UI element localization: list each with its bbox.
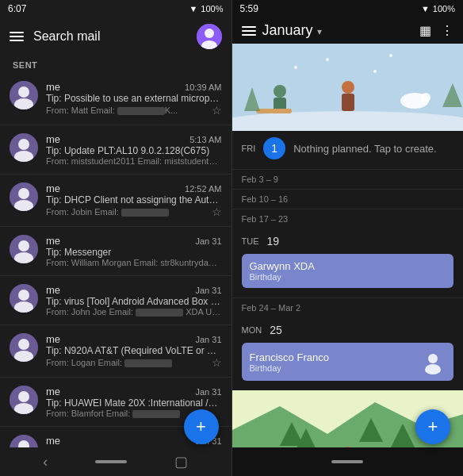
email-content: me 10:39 AM Tip: Possible to use an exte… [46, 81, 222, 117]
email-item[interactable]: me 5:13 AM Tip: Update PLT:AL10 9.0.2.12… [0, 125, 232, 175]
gmail-panel: 6:07 ▼ 100% Search mail SENT [0, 0, 232, 476]
no-event-text[interactable]: Nothing planned. Tap to create. [293, 140, 436, 158]
day-number-1: 1 [263, 137, 285, 159]
birthday-event-2[interactable]: Francisco Franco Birthday [242, 343, 454, 381]
svg-point-43 [428, 354, 438, 363]
calendar-panel: 5:59 ▼ 100% January ▾ ▦ ⋮ [232, 0, 464, 476]
create-event-fab[interactable]: + [415, 409, 450, 444]
illustration-top [232, 44, 464, 131]
svg-point-40 [373, 70, 377, 73]
event-avatar [420, 349, 446, 374]
svg-point-22 [18, 391, 29, 402]
sent-label: SENT [0, 56, 232, 73]
week-range-4: Feb 24 – Mar 2 [232, 298, 464, 317]
avatar [10, 133, 38, 162]
tuesday-section: TUE 19 Garwynn XDA Birthday [232, 228, 464, 298]
email-subject: Tip: Messenger [46, 247, 222, 258]
email-from: me [46, 235, 60, 247]
email-content: me 5:13 AM Tip: Update PLT:AL10 9.0.2.12… [46, 133, 222, 166]
email-subject: Tip: N920A AT&T (Required VoLTE or Ro... [46, 345, 222, 356]
back-button[interactable]: ‹ [43, 454, 48, 470]
calendar-hamburger[interactable] [242, 26, 256, 36]
email-item[interactable]: me 12:52 AM Tip: DHCP Client not assigni… [0, 175, 232, 227]
status-icons-right: ▼ 100% [421, 4, 455, 13]
email-preview: From: Jobin Email: [46, 207, 209, 217]
svg-point-19 [18, 339, 29, 350]
wifi-icon: ▼ [189, 4, 197, 13]
svg-point-29 [274, 85, 286, 98]
day-label-tue: TUE [242, 236, 259, 246]
home-indicator-right[interactable] [331, 460, 363, 463]
status-bar-right: 5:59 ▼ 100% [232, 0, 464, 17]
friday-section: FRI 1 Nothing planned. Tap to create. [232, 131, 464, 169]
svg-point-1 [205, 29, 214, 38]
event-subtitle-2: Birthday [250, 363, 415, 373]
time-left: 6:07 [8, 3, 26, 14]
event-text-2: Francisco Franco Birthday [250, 351, 415, 373]
svg-point-28 [232, 111, 464, 131]
email-subject: Tip: DHCP Client not assigning the Auto … [46, 194, 222, 205]
event-title-1: Garwynn XDA [250, 260, 446, 272]
email-time: Jan 31 [195, 387, 221, 397]
event-subtitle-1: Birthday [250, 272, 446, 282]
email-from: me [46, 182, 60, 194]
user-avatar[interactable] [197, 24, 222, 49]
email-time: Jan 31 [195, 286, 221, 295]
week-range-3: Feb 17 – 23 [232, 209, 464, 228]
star-icon[interactable]: ☆ [212, 104, 222, 117]
email-item[interactable]: me Jan 31 Tip: N920A AT&T (Required VoLT… [0, 325, 232, 378]
svg-point-41 [389, 54, 392, 57]
wifi-icon-right: ▼ [421, 4, 430, 13]
birthday-event-1[interactable]: Garwynn XDA Birthday [242, 254, 454, 288]
avatar [10, 435, 38, 447]
email-content: me 12:52 AM Tip: DHCP Client not assigni… [46, 182, 222, 218]
week-range-1: Feb 3 – 9 [232, 169, 464, 189]
email-from: me [46, 435, 60, 447]
time-right: 5:59 [240, 3, 258, 14]
plus-icon: + [196, 418, 206, 436]
event-text: Garwynn XDA Birthday [250, 260, 446, 282]
email-from: me [46, 81, 60, 93]
home-indicator[interactable] [95, 460, 127, 463]
email-preview: From: William Morgan Email: str8kuntryda… [46, 258, 222, 267]
email-item[interactable]: me 10:39 AM Tip: Possible to use an exte… [0, 73, 232, 125]
search-label[interactable]: Search mail [33, 29, 187, 44]
svg-rect-31 [256, 109, 292, 113]
svg-point-13 [18, 240, 29, 251]
calendar-view-icon[interactable]: ▦ [419, 23, 431, 38]
star-icon[interactable]: ☆ [212, 356, 222, 369]
email-content: me Jan 31 Tip: N920A AT&T (Required VoLT… [46, 333, 222, 369]
event-title-2: Francisco Franco [250, 351, 415, 363]
avatar [10, 386, 38, 414]
month-label: January [262, 22, 313, 38]
avatar [10, 235, 38, 263]
email-time: Jan 31 [195, 335, 221, 344]
email-content: me Jan 31 Tip: Messenger From: William M… [46, 235, 222, 267]
recents-button[interactable]: ▢ [174, 453, 188, 470]
dropdown-arrow[interactable]: ▾ [317, 26, 322, 37]
email-from: me [46, 133, 60, 145]
email-preview: From: miststudent2011 Email: miststudent… [46, 156, 222, 166]
email-from: me [46, 333, 60, 345]
star-icon[interactable]: ☆ [212, 205, 222, 218]
nav-bar-right [232, 447, 464, 476]
hamburger-menu[interactable] [10, 32, 24, 41]
day-number-25: 25 [270, 324, 282, 336]
overflow-menu-icon[interactable]: ⋮ [441, 23, 453, 38]
email-time: 10:39 AM [185, 83, 221, 92]
status-icons-left: ▼ 100% [189, 4, 223, 13]
email-item[interactable]: me Jan 31 Tip: virus [Tool] Android Adva… [0, 276, 232, 325]
calendar-actions: ▦ ⋮ [419, 23, 453, 38]
email-from: me [46, 284, 60, 296]
email-item[interactable]: me Jan 31 Tip: Messenger From: William M… [0, 227, 232, 276]
svg-point-38 [294, 66, 297, 69]
email-list: me 10:39 AM Tip: Possible to use an exte… [0, 73, 232, 447]
svg-point-35 [421, 93, 430, 102]
calendar-title: January ▾ [262, 22, 414, 39]
email-preview: From: John Joe Email: XDA Us... [46, 307, 222, 317]
email-subject: Tip: Possible to use an external microph… [46, 93, 222, 104]
battery-icon-left: 100% [201, 4, 223, 13]
day-number-19: 19 [267, 235, 280, 248]
compose-fab[interactable]: + [184, 409, 219, 444]
nav-bar-left: ‹ ▢ [0, 447, 232, 476]
